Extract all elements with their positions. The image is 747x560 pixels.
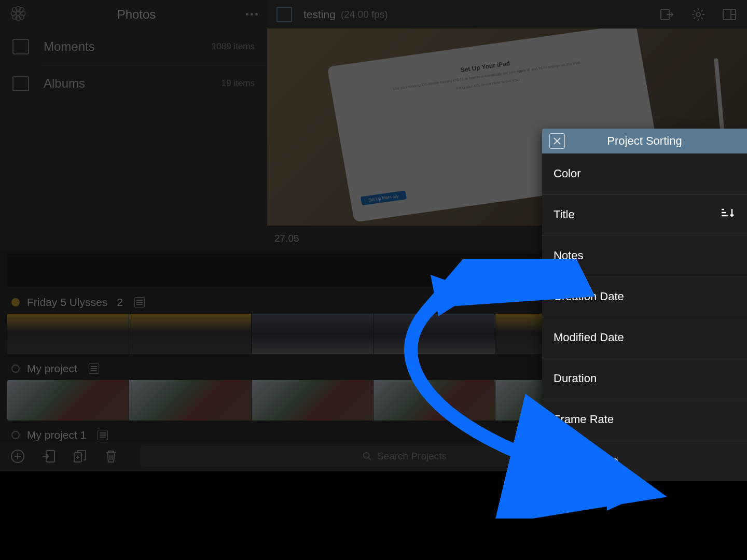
svg-point-0 <box>17 11 20 15</box>
photos-flower-icon[interactable] <box>9 5 27 24</box>
albums-icon <box>12 76 29 91</box>
sort-option-aspect-ratio[interactable]: Aspect Ratio <box>542 440 747 481</box>
sort-option-duration[interactable]: Duration <box>542 358 747 399</box>
sort-popup: Project Sorting Color Title Notes Creati… <box>542 129 747 481</box>
more-icon[interactable] <box>246 13 258 16</box>
import-icon[interactable] <box>40 448 57 465</box>
export-icon[interactable] <box>659 6 675 23</box>
photos-sidebar: Photos Moments 1089 items Albums 19 item… <box>0 0 267 251</box>
timecode: 27.05 <box>274 233 299 244</box>
sidebar-title: Photos <box>27 7 246 22</box>
notes-icon[interactable] <box>89 363 99 374</box>
sort-option-color[interactable]: Color <box>542 153 747 194</box>
notes-icon[interactable] <box>98 430 108 440</box>
close-icon[interactable] <box>549 133 565 149</box>
svg-line-25 <box>369 458 371 460</box>
moments-icon <box>12 39 29 54</box>
gear-icon[interactable] <box>690 6 707 23</box>
layout-icon[interactable] <box>721 6 738 23</box>
project-icon[interactable] <box>276 7 292 22</box>
notes-icon[interactable] <box>134 297 145 307</box>
duplicate-icon[interactable] <box>72 448 88 465</box>
project-color-dot <box>11 431 20 439</box>
add-project-icon[interactable] <box>9 448 26 465</box>
project-color-dot <box>11 298 20 306</box>
category-moments[interactable]: Moments 1089 items <box>0 29 267 65</box>
search-icon <box>363 452 372 461</box>
sort-option-notes[interactable]: Notes <box>542 235 747 276</box>
sort-option-creation-date[interactable]: Creation Date <box>542 276 747 317</box>
search-placeholder: Search Projects <box>377 451 447 462</box>
fps-label: (24.00 fps) <box>341 9 388 20</box>
trash-icon[interactable] <box>103 448 119 465</box>
project-color-dot <box>11 365 20 373</box>
sort-option-modified-date[interactable]: Modified Date <box>542 317 747 358</box>
svg-point-10 <box>696 12 700 17</box>
sort-option-frame-rate[interactable]: Frame Rate <box>542 399 747 440</box>
sort-direction-icon <box>720 207 736 222</box>
sort-option-title[interactable]: Title <box>542 194 747 235</box>
svg-point-24 <box>364 453 369 458</box>
project-name: testing <box>303 8 336 21</box>
category-albums[interactable]: Albums 19 items <box>0 65 267 102</box>
sort-popup-title: Project Sorting <box>565 134 724 148</box>
